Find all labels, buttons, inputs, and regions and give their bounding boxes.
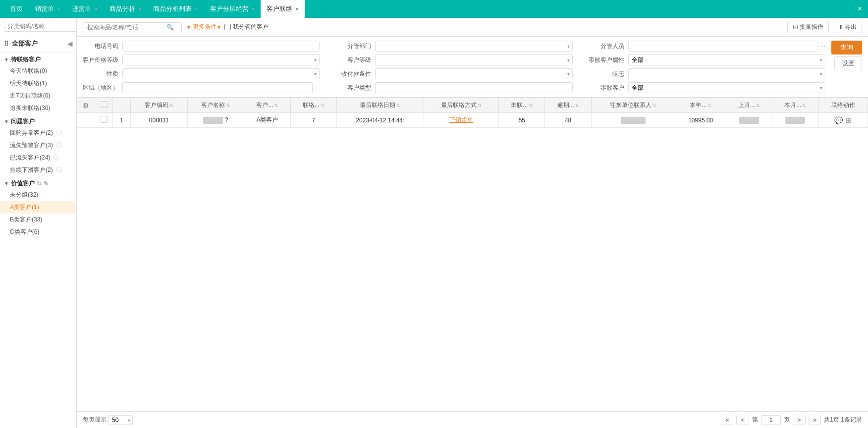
filter-retail-attr-select[interactable]: 全部 (628, 54, 825, 65)
col-settings[interactable]: ⚙ (77, 98, 95, 113)
sort-last-contact-date[interactable]: ⇅ (396, 103, 400, 108)
filter-customer-grade: 客户等级 ▾ (335, 54, 572, 65)
region-dots-icon[interactable]: ··· (315, 84, 320, 91)
filter-price-grade-select[interactable] (122, 54, 320, 65)
col-customer-code: 客户编码⇅ (131, 98, 188, 113)
filter-dept-select[interactable] (375, 41, 572, 52)
my-customers-checkbox[interactable] (224, 24, 231, 30)
tab-product-analysis-list[interactable]: 商品分析列表 × (147, 0, 204, 18)
chevron-down-icon: ▾ (217, 24, 220, 31)
sort-no-contact[interactable]: ⇅ (529, 103, 533, 108)
tab-purchase[interactable]: 进货单 × (66, 0, 103, 18)
close-tab-customer-layered[interactable]: × (252, 6, 255, 12)
contact-action-message-icon[interactable]: 💬 (834, 116, 843, 124)
filter-customer-grade-select[interactable] (375, 54, 572, 65)
row-customer-level: A类客户 (244, 113, 290, 128)
sort-customer-level[interactable]: ⇅ (274, 103, 278, 108)
sidebar: 🔍 ⠿ 全部客户 ◀ ▼ 待联络客户 今天待联络(0) 明天待联络(1) 近7天… (0, 18, 77, 428)
refresh-icon[interactable]: ↻ (37, 180, 42, 187)
filter-status: 状态 ▾ (589, 68, 825, 79)
sort-customer-name[interactable]: ⇅ (226, 103, 230, 108)
filter-search-input[interactable] (87, 24, 166, 31)
col-this-year: 本年...⇅ (675, 98, 726, 113)
settings-button[interactable]: 设置 (834, 56, 862, 70)
first-page-button[interactable]: « (721, 415, 733, 425)
info-icon-4: ⓘ (56, 166, 62, 173)
filter-dept-label: 分管部门 (335, 42, 375, 51)
filter-manager-input[interactable] (628, 41, 818, 52)
export-button[interactable]: ⬆ 导出 (833, 21, 862, 33)
next-page-button[interactable]: > (793, 415, 806, 425)
close-tab-purchase[interactable]: × (94, 6, 97, 12)
prev-page-button[interactable]: < (736, 415, 749, 425)
sort-unit-contact[interactable]: ⇅ (652, 103, 656, 108)
close-tab-customer-contact[interactable]: × (295, 6, 298, 12)
filter-phone-input[interactable] (122, 41, 320, 52)
sort-contact-count[interactable]: ⇅ (321, 103, 325, 108)
filter-customer-type-input[interactable] (375, 82, 572, 93)
close-tab-product-analysis[interactable]: × (138, 6, 141, 12)
sidebar-search-input[interactable] (4, 21, 77, 32)
filter-payment-select[interactable] (375, 68, 572, 79)
grid-icon: ⠿ (4, 40, 9, 48)
tab-customer-layered[interactable]: 客户分层经营 × (204, 0, 261, 18)
batch-operation-button[interactable]: ☑ 批量操作 (787, 21, 829, 33)
sort-this-month[interactable]: ⇅ (802, 103, 806, 108)
filter-search-icon[interactable]: 🔍 (166, 24, 174, 31)
close-tab-sales[interactable]: × (57, 6, 60, 12)
sort-this-year[interactable]: ⇅ (707, 103, 711, 108)
sidebar-item-tomorrow[interactable]: 明天待联络(1) (0, 77, 76, 90)
tab-sales[interactable]: 销货单 × (29, 0, 66, 18)
col-no (113, 98, 131, 113)
row-checkbox[interactable] (101, 116, 108, 123)
per-page-select[interactable]: 50 100 200 (108, 415, 133, 425)
sort-overdue[interactable]: ⇅ (575, 103, 579, 108)
close-all-button[interactable]: × (856, 2, 864, 15)
row-check (95, 113, 113, 128)
sort-last-month[interactable]: ⇅ (756, 103, 760, 108)
sidebar-item-churned[interactable]: 已流失客户(24) ⓘ (0, 152, 76, 164)
sidebar-item-ungrouped[interactable]: 未分组(32) (0, 189, 76, 201)
more-conditions-button[interactable]: ▼ 更多条件 ▾ (186, 23, 220, 31)
sidebar-all-customers-header: ⠿ 全部客户 ◀ (0, 35, 76, 53)
pending-contact-group: ▼ 待联络客户 (0, 53, 76, 65)
page-number-input[interactable] (761, 415, 781, 425)
filter-customer-type: 客户类型 (335, 82, 572, 93)
tab-customer-contact[interactable]: 客户联络 × (261, 0, 304, 18)
sidebar-item-repurchase-abnormal[interactable]: 回购异常客户(2) ⓘ (0, 127, 76, 139)
sidebar-item-today[interactable]: 今天待联络(0) (0, 65, 76, 77)
collapse-sidebar-icon[interactable]: ◀ (67, 40, 72, 48)
col-last-month: 上月...⇅ (726, 98, 772, 113)
sidebar-item-b-class[interactable]: B类客户(33) (0, 214, 76, 226)
contact-action-qr-icon[interactable]: ⊞ (846, 116, 852, 124)
sidebar-item-overdue[interactable]: 逾期未联络(30) (0, 102, 76, 114)
sidebar-item-c-class[interactable]: C类客户(6) (0, 226, 76, 238)
close-tab-product-analysis-list[interactable]: × (195, 6, 198, 12)
last-page-button[interactable]: » (809, 415, 821, 425)
edit-value-group-icon[interactable]: ✎ (44, 180, 49, 187)
filter-region-input[interactable] (122, 82, 313, 93)
col-last-contact-date: 最后联络日期⇅ (336, 98, 424, 113)
tab-product-analysis[interactable]: 商品分析 × (104, 0, 147, 18)
sidebar-item-7days[interactable]: 近7天待联络(0) (0, 90, 76, 102)
table-row: 1 000031 ? A类客户 7 (77, 113, 868, 128)
filter-status-label: 状态 (589, 70, 628, 78)
select-all-checkbox[interactable] (101, 101, 108, 108)
sidebar-item-a-class[interactable]: A类客户(1) (0, 201, 76, 214)
manager-dots-icon[interactable]: ··· (820, 43, 825, 50)
sort-last-contact-method[interactable]: ⇅ (478, 103, 482, 108)
row-contact-action: 💬 ⊞ (818, 113, 868, 128)
sidebar-search-bar: 🔍 (0, 18, 76, 35)
sort-customer-code[interactable]: ⇅ (169, 103, 173, 108)
last-contact-method-link[interactable]: 下销货单 (449, 116, 473, 123)
filter-status-select[interactable] (628, 68, 825, 79)
col-overdue: 逾期...⇅ (545, 98, 591, 113)
settings-gear-icon[interactable]: ⚙ (83, 102, 89, 109)
masked-customer-name (203, 117, 223, 124)
sidebar-item-declining[interactable]: 持续下滑客户(2) ⓘ (0, 164, 76, 176)
tab-home[interactable]: 首页 (4, 0, 29, 18)
query-button[interactable]: 查询 (831, 41, 862, 54)
filter-retail-customer-select[interactable]: 全部 (628, 82, 825, 93)
sidebar-item-churn-warning[interactable]: 流失预警客户(3) ⓘ (0, 139, 76, 152)
filter-nature-select[interactable] (122, 68, 320, 79)
